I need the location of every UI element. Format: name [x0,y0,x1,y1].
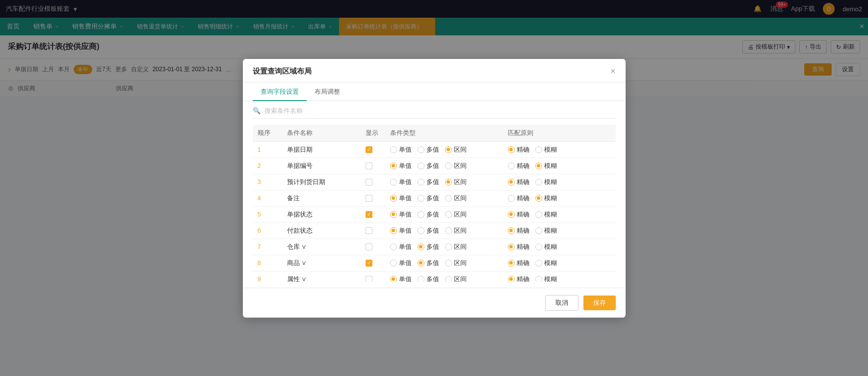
dialog-close-btn[interactable]: × [610,67,616,76]
modal-overlay: 设置查询区域布局 × 查询字段设置 布局调整 🔍 [0,0,868,97]
dialog: 设置查询区域布局 × 查询字段设置 布局调整 🔍 [243,59,626,98]
tab-layout-adjust[interactable]: 布局调整 [307,82,348,98]
tab-query-fields[interactable]: 查询字段设置 [253,82,307,98]
dialog-tabs: 查询字段设置 布局调整 [243,82,626,98]
dialog-header: 设置查询区域布局 × [243,59,626,82]
dialog-title: 设置查询区域布局 [253,67,312,76]
